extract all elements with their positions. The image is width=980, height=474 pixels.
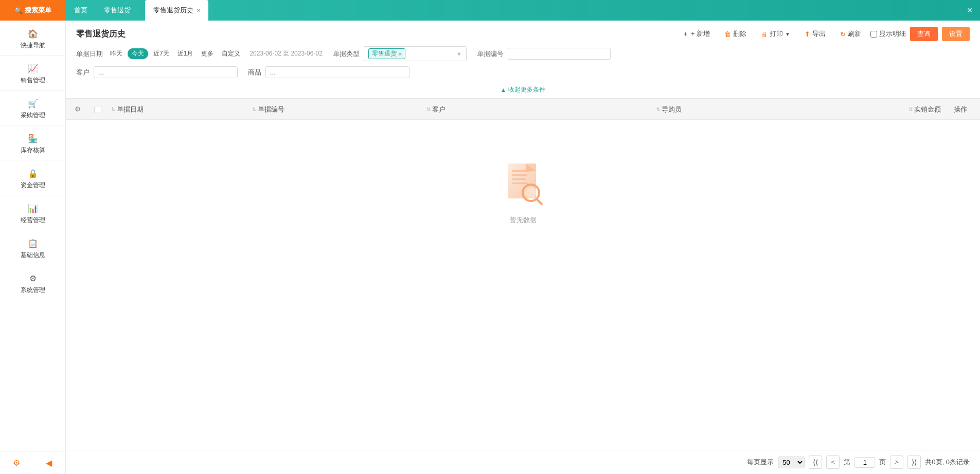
sidebar-item-1[interactable]: 📈销售管理 — [0, 56, 65, 90]
window-close-button[interactable]: × — [959, 0, 980, 21]
brand-icon: 🔍 — [14, 7, 23, 14]
th-customer[interactable]: ⇅ 客户 — [422, 105, 652, 114]
product-input[interactable] — [265, 66, 409, 78]
th-amount-label: 实销金额 — [914, 105, 941, 114]
bill-type-filter: 单据类型 零售退货 × ▼ — [333, 46, 467, 61]
tab-0[interactable]: 首页 — [66, 0, 96, 21]
main-layout: 🏠快捷导航📈销售管理🛒采购管理🏪库存核算🔒资金管理📊经营管理📋基础信息⚙系统管理… — [0, 21, 980, 474]
refresh-button[interactable]: ↻ 刷新 — [835, 27, 866, 41]
tab-label-1: 零售退货 — [104, 6, 131, 15]
sidebar-settings-button[interactable]: ⚙ — [0, 451, 33, 474]
sidebar-collapse-button[interactable]: ◀ — [33, 451, 66, 474]
filter-row-1: 单据日期 昨天 今天 近7天 近1月 更多 自定义 2023-06-02 至 2… — [76, 46, 970, 61]
date-today[interactable]: 今天 — [128, 48, 148, 59]
new-icon: ＋ — [682, 29, 689, 39]
product-label: 商品 — [248, 68, 261, 77]
top-bar: 🔍 搜索菜单 首页零售退货×零售退货历史× × — [0, 0, 980, 21]
per-page-label: 每页显示 — [747, 458, 774, 467]
page-header: 零售退货历史 ＋ + 新增 🗑 删除 🖨 打印 ▼ — [66, 21, 980, 99]
delete-button[interactable]: 🗑 删除 — [719, 27, 752, 41]
collapse-bar[interactable]: ▲ 收起更多条件 — [76, 83, 970, 98]
settings-button[interactable]: 设置 — [942, 27, 970, 41]
bill-type-tag-text: 零售退货 — [372, 49, 397, 58]
tab-close-2[interactable]: × — [197, 7, 200, 13]
collapse-icon: ▲ — [501, 86, 507, 94]
display-detail-toggle[interactable]: 显示明细 — [870, 29, 906, 39]
th-bill-no[interactable]: ⇅ 单据编号 — [248, 105, 422, 114]
sidebar-item-3[interactable]: 🏪库存核算 — [0, 125, 65, 160]
empty-text: 暂无数据 — [510, 215, 537, 225]
sidebar-item-label-4: 资金管理 — [21, 181, 45, 190]
bill-no-input[interactable] — [508, 48, 611, 60]
date-custom[interactable]: 自定义 — [219, 48, 243, 59]
query-button[interactable]: 查询 — [910, 27, 938, 41]
next-page-button[interactable]: ＞ — [890, 455, 903, 469]
sidebar-item-7[interactable]: ⚙系统管理 — [0, 265, 65, 300]
bill-type-tag-close[interactable]: × — [399, 51, 402, 57]
product-filter: 商品 — [248, 66, 409, 78]
export-label: 导出 — [812, 29, 826, 39]
page-title: 零售退货历史 — [76, 29, 126, 40]
sort-asc-guide-icon: ⇅ — [656, 106, 660, 112]
search-menu-label: 搜索菜单 — [25, 6, 51, 15]
settings-icon[interactable]: ⚙ — [75, 105, 84, 114]
page-number-input[interactable] — [854, 457, 875, 468]
tab-list: 首页零售退货×零售退货历史× — [66, 0, 959, 21]
sidebar-item-4[interactable]: 🔒资金管理 — [0, 160, 65, 195]
th-date[interactable]: ⇅ 单据日期 — [107, 105, 248, 114]
th-checkbox[interactable] — [88, 106, 107, 113]
svg-rect-3 — [512, 178, 526, 180]
th-action-label: 操作 — [954, 105, 967, 114]
empty-illustration — [497, 161, 549, 207]
th-guide[interactable]: ⇅ 导购员 — [652, 105, 826, 114]
th-bill-label: 单据编号 — [258, 105, 284, 114]
sidebar-item-6[interactable]: 📋基础信息 — [0, 230, 65, 265]
sidebar-item-label-6: 基础信息 — [21, 251, 45, 260]
export-button[interactable]: ⬆ 导出 — [799, 27, 831, 41]
th-settings[interactable]: ⚙ — [70, 105, 88, 114]
display-detail-checkbox[interactable] — [870, 31, 877, 38]
new-button[interactable]: ＋ + 新增 — [677, 27, 715, 41]
print-icon: 🖨 — [761, 30, 768, 38]
sidebar-item-label-0: 快捷导航 — [21, 41, 45, 50]
date-1month[interactable]: 近1月 — [174, 48, 197, 59]
sidebar-item-icon-5: 📊 — [27, 203, 39, 214]
tab-1[interactable]: 零售退货× — [96, 0, 145, 21]
th-amount[interactable]: ⇅ 实销金额 — [826, 105, 945, 114]
customer-label: 客户 — [76, 68, 90, 77]
sidebar-item-label-5: 经营管理 — [21, 216, 45, 225]
display-detail-label: 显示明细 — [879, 29, 906, 39]
svg-line-9 — [537, 199, 542, 204]
date-yesterday[interactable]: 昨天 — [107, 48, 126, 59]
bill-type-select[interactable]: 零售退货 × ▼ — [364, 46, 467, 61]
date-shortcuts: 昨天 今天 近7天 近1月 更多 自定义 — [107, 48, 243, 59]
prev-page-button[interactable]: ＜ — [826, 455, 840, 469]
sidebar-item-5[interactable]: 📊经营管理 — [0, 195, 65, 230]
sidebar-bottom: ⚙ ◀ — [0, 451, 65, 474]
pagination-bar: 每页显示 50 10 20 100 ⟨⟨ ＜ 第 页 ＞ ⟩⟩ 共0页, 0条记… — [66, 450, 980, 474]
th-customer-label: 客户 — [432, 105, 446, 114]
filter-area: 单据日期 昨天 今天 近7天 近1月 更多 自定义 2023-06-02 至 2… — [76, 46, 970, 98]
print-button[interactable]: 🖨 打印 ▼ — [756, 27, 795, 41]
th-date-label: 单据日期 — [117, 105, 144, 114]
date-more[interactable]: 更多 — [198, 48, 217, 59]
date-7days[interactable]: 近7天 — [150, 48, 172, 59]
sidebar-item-label-3: 库存核算 — [21, 146, 45, 155]
print-label: 打印 — [770, 29, 783, 39]
customer-input[interactable] — [94, 66, 238, 78]
tab-2[interactable]: 零售退货历史× — [145, 0, 208, 21]
select-all-checkbox[interactable] — [94, 106, 101, 113]
svg-rect-4 — [512, 183, 528, 184]
filter-row-2: 客户 商品 — [76, 66, 970, 78]
last-page-button[interactable]: ⟩⟩ — [907, 455, 921, 469]
per-page-select[interactable]: 50 10 20 100 — [778, 457, 805, 468]
page-label: 第 — [844, 458, 850, 467]
first-page-button[interactable]: ⟨⟨ — [809, 455, 822, 469]
tab-close-1[interactable]: × — [134, 7, 137, 13]
print-chevron-icon: ▼ — [785, 31, 790, 37]
sidebar-item-2[interactable]: 🛒采购管理 — [0, 90, 65, 125]
bill-no-label: 单据编号 — [477, 49, 504, 59]
sidebar-item-0[interactable]: 🏠快捷导航 — [0, 21, 65, 56]
bill-type-label: 单据类型 — [333, 49, 360, 59]
page-unit-label: 页 — [879, 458, 886, 467]
